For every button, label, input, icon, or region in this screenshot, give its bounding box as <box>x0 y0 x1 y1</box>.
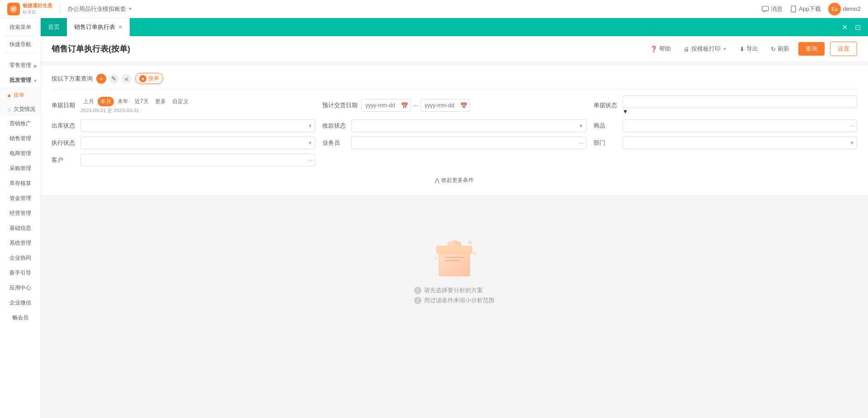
date-tab-this-month[interactable]: 本月 <box>98 97 114 106</box>
tab-home-label: 首页 <box>48 23 60 31</box>
collapse-up-icon: ⋀ <box>435 177 439 184</box>
collapse-scheme-button[interactable]: « <box>122 74 132 84</box>
sidebar-item-retail[interactable]: 零售管理 ▶ <box>0 58 40 73</box>
logo-area: 好 畅捷通好生意 标准版 <box>7 2 52 15</box>
sidebar-item-basic[interactable]: 基础信息 <box>0 221 40 236</box>
header-left: 好 畅捷通好生意 标准版 办公用品行业模拟账套 ▼ <box>7 2 132 15</box>
date-tab-more[interactable]: 更多 <box>152 97 169 106</box>
export-label: 导出 <box>746 45 758 53</box>
expected-delivery-start-wrap: 📅 <box>361 99 411 112</box>
date-filter-area: 上月 本月 本年 近7天 更多 自定义 2023-03-01 至 2023-03… <box>80 97 315 114</box>
sidebar-item-label-inventory: 库存核算 <box>9 180 31 187</box>
expected-delivery-label: 预计交货日期 <box>322 101 358 109</box>
sidebar-item-sales[interactable]: 销售管理 <box>0 131 40 146</box>
dept-control: ▼ <box>623 137 857 149</box>
tab-home[interactable]: 首页 <box>41 18 67 36</box>
customer-more-icon[interactable]: ··· <box>308 157 312 163</box>
sidebar-quick-nav[interactable]: 快捷导航 <box>0 38 40 51</box>
refresh-button[interactable]: ↻ 刷新 <box>767 43 793 55</box>
sidebar-item-label-apps: 应用中心 <box>9 284 31 292</box>
exec-status-select[interactable] <box>80 137 315 149</box>
filter-scheme-bar: 按以下方案查询 + ✎ « ● 按单 <box>52 73 857 90</box>
sidebar-item-member[interactable]: 畅会员 <box>0 310 40 325</box>
help-button[interactable]: ❓ 帮助 <box>646 43 675 55</box>
salesperson-more-icon[interactable]: ··· <box>579 140 584 146</box>
svg-text:好: 好 <box>11 7 16 12</box>
sidebar-item-system[interactable]: 系统管理 <box>0 236 40 251</box>
sidebar-search-label[interactable]: 搜索菜单 <box>0 21 40 34</box>
edit-scheme-button[interactable]: ✎ <box>109 74 119 84</box>
sidebar-item-corp[interactable]: 企业协同 <box>0 251 40 266</box>
filter-field-out-status: 出库状态 ▼ <box>52 119 315 132</box>
empty-hint-2: 2 用过滤条件来缩小分析范围 <box>414 296 495 304</box>
refresh-icon: ↻ <box>771 46 776 52</box>
collapse-button[interactable]: ⋀ 收起更多条件 <box>429 175 479 186</box>
add-scheme-button[interactable]: + <box>96 74 106 84</box>
sidebar-item-marketing[interactable]: 营销推广 <box>0 116 40 131</box>
customer-control: ··· <box>80 154 315 166</box>
message-icon <box>762 5 769 13</box>
filter-row-4: 客户 ··· <box>52 154 857 166</box>
filter-field-bill-status: 单据状态 ▼ <box>594 95 857 115</box>
expected-delivery-end-input[interactable] <box>420 99 470 112</box>
workspace-selector[interactable]: 办公用品行业模拟账套 ▼ <box>67 5 132 13</box>
sidebar-sub-item-order[interactable]: ● 按单 <box>0 88 40 102</box>
goods-input[interactable] <box>623 119 857 132</box>
out-status-select[interactable] <box>80 119 315 132</box>
empty-state: 1 请先选择要分析的方案 2 用过滤条件来缩小分析范围 <box>41 195 868 341</box>
sidebar-item-finance[interactable]: 资金管理 <box>0 191 40 206</box>
date-tab-7days[interactable]: 近7天 <box>132 97 151 106</box>
sidebar-item-label-marketing: 营销推广 <box>9 120 31 128</box>
dept-select[interactable] <box>623 137 857 149</box>
customer-input[interactable] <box>80 154 315 166</box>
chevron-down-icon-wholesale: ▼ <box>33 78 38 83</box>
template-print-label: 按模板打印 <box>691 45 721 53</box>
empty-num-1: 1 <box>414 287 421 294</box>
sidebar-item-label-basic: 基础信息 <box>9 224 31 232</box>
expected-delivery-start-input[interactable] <box>361 99 411 112</box>
collect-status-select[interactable] <box>351 119 586 132</box>
message-action[interactable]: 消息 <box>762 5 783 13</box>
date-tab-this-year[interactable]: 本年 <box>115 97 131 106</box>
sidebar-item-wholesale[interactable]: 批发管理 ▼ <box>0 73 40 88</box>
tab-close-icon[interactable]: ✕ <box>118 24 123 30</box>
sidebar-item-purchase[interactable]: 采购管理 <box>0 161 40 176</box>
date-field-label: 单据日期 <box>52 101 77 109</box>
message-label: 消息 <box>771 5 783 13</box>
export-button[interactable]: ⬇ 导出 <box>736 43 762 55</box>
scheme-order-icon: ● <box>139 75 146 82</box>
sidebar-item-apps[interactable]: 应用中心 <box>0 280 40 295</box>
sidebar-item-label-ecommerce: 电商管理 <box>9 150 31 157</box>
date-tab-last-month[interactable]: 上月 <box>80 97 97 106</box>
scheme-item-order[interactable]: ● 按单 <box>135 73 163 84</box>
goods-more-icon[interactable]: ··· <box>850 123 854 129</box>
query-button[interactable]: 查询 <box>798 42 825 56</box>
tab-bar: 首页 销售订单执行表 ✕ ✕ ⊡ <box>41 18 868 36</box>
sidebar-item-ecommerce[interactable]: 电商管理 <box>0 146 40 161</box>
tab-restore-icon[interactable]: ⊡ <box>853 21 863 33</box>
sidebar-item-operations[interactable]: 经营管理 <box>0 206 40 221</box>
user-menu[interactable]: Ea demo2 <box>828 3 861 15</box>
bill-status-select[interactable] <box>623 95 857 108</box>
tab-sales-exec[interactable]: 销售订单执行表 ✕ <box>67 18 130 36</box>
salesperson-input[interactable] <box>351 137 586 149</box>
sidebar-item-wechat[interactable]: 企业微信 <box>0 295 40 310</box>
chevron-right-icon: ▶ <box>34 63 38 68</box>
app-download-action[interactable]: App下载 <box>790 5 821 13</box>
page-title: 销售订单执行表(按单) <box>52 43 130 54</box>
svg-point-10 <box>434 257 437 260</box>
svg-rect-5 <box>439 252 470 276</box>
settings-button[interactable]: 设置 <box>830 42 857 56</box>
print-chevron-icon: ▼ <box>722 47 727 52</box>
sub-item-label-order: 按单 <box>14 91 24 99</box>
sidebar-item-newbie[interactable]: 新手引导 <box>0 266 40 280</box>
sidebar-item-label-corp: 企业协同 <box>9 254 31 262</box>
sidebar-sub-item-debt[interactable]: ○ 欠货情况 <box>0 102 40 116</box>
logo-text: 畅捷通好生意 标准版 <box>23 2 52 15</box>
template-print-button[interactable]: 🖨 按模板打印 ▼ <box>680 43 731 55</box>
date-tab-custom[interactable]: 自定义 <box>170 97 191 106</box>
header-right: 消息 App下载 Ea demo2 <box>762 3 861 15</box>
sidebar-item-inventory[interactable]: 库存核算 <box>0 176 40 191</box>
tab-close-window-icon[interactable]: ✕ <box>840 21 849 33</box>
expected-delivery-end-wrap: 📅 <box>420 99 470 112</box>
